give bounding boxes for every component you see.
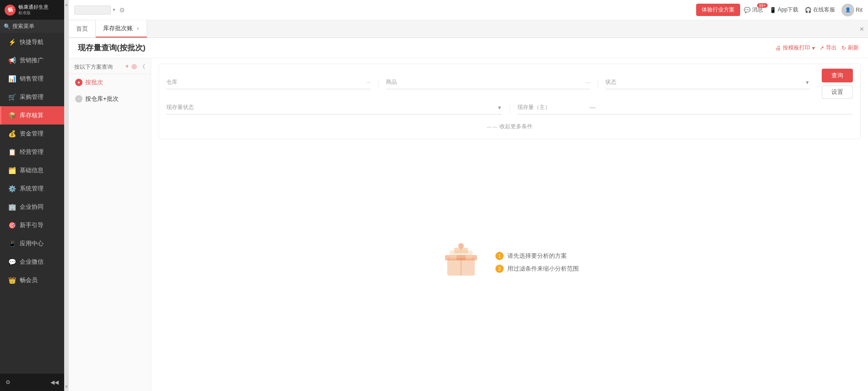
export-btn[interactable]: ↗ 导出 [819,44,837,52]
right-panel: 仓库 ··· 商品 ··· 状态 [151,58,868,391]
print-chevron: ▾ [812,45,815,51]
stock-qty-to[interactable] [599,104,635,111]
industry-solution-btn[interactable]: 体验行业方案 [696,4,740,16]
by-batch-label: 按批次 [85,78,103,87]
close-all-icon: ✕ [859,26,864,33]
main-area: ▾ ⚙ 体验行业方案 💬 消息 99+ 📱 App下载 🎧 在线客服 👤 [69,0,868,391]
search-menu-label: 搜索菜单 [12,22,34,30]
refresh-btn[interactable]: ↻ 刷新 [841,44,859,52]
sidebar-item-label: 采购管理 [20,93,44,101]
sidebar-item-purchase[interactable]: 🛒 采购管理 [0,88,64,106]
settings-button[interactable]: 设置 [822,85,853,99]
add-scheme-icon[interactable]: + [125,63,129,71]
tabbar: 首页 库存批次账 × ✕ [69,20,868,38]
message-item[interactable]: 💬 消息 99+ [744,6,763,14]
print-btn[interactable]: 🖨 按模板打印 ▾ [775,44,815,52]
warehouse-input[interactable] [185,79,367,86]
collapse-sidebar-btn[interactable]: ◀◀ [49,377,60,387]
tab-close-icon[interactable]: × [137,26,139,31]
app-logo: 畅 [5,5,16,16]
left-panel: 按以下方案查询 + ◎ 《 ● 按批次 ○ 按仓库+批次 [69,58,151,391]
tip-item-2: 2 用过滤条件来缩小分析范围 [495,265,579,273]
action-btns: 查询 设置 [822,69,853,99]
print-icon: 🖨 [775,45,781,51]
settings-gear-icon[interactable]: ⚙ [119,6,125,14]
message-icon: 💬 [744,7,751,13]
goods-field: 商品 ··· [386,78,590,89]
app-download-item[interactable]: 📱 App下载 [769,6,798,14]
sidebar-item-marketing[interactable]: 📢 营销推广 [0,51,64,70]
sidebar-item-label: 新手引导 [20,221,44,229]
sidebar-item-shortcut[interactable]: ⚡ 快捷导航 [0,33,64,51]
warehouse-more-icon[interactable]: ··· [367,80,371,85]
sidebar-item-inventory[interactable]: 📦 库存核算 [0,106,64,125]
collapse-bar[interactable]: ︿︿ 收起更多条件 [166,119,853,134]
search-menu[interactable]: 🔍 搜索菜单 [0,20,64,33]
user-profile[interactable]: 👤 Rit [841,4,863,16]
sidebar-item-sales[interactable]: 📊 销售管理 [0,70,64,88]
empty-icon [440,241,482,282]
tab-home[interactable]: 首页 [69,21,96,37]
tab-inventory-batch-label: 库存批次账 [103,24,133,33]
marketing-icon: 📢 [8,57,16,64]
empty-tips: 1 请先选择要分析的方案 2 用过滤条件来缩小分析范围 [495,252,579,273]
query-button[interactable]: 查询 [822,69,853,82]
customer-service-item[interactable]: 🎧 在线客服 [805,6,835,14]
batch-icon: ● [75,79,82,86]
sidebar-item-wechat[interactable]: 💬 企业微信 [0,253,64,271]
breadcrumb-input[interactable] [74,5,111,15]
sidebar-item-basic[interactable]: 🗂️ 基础信息 [0,161,64,179]
finance-icon: 💰 [8,130,16,137]
status-dropdown-icon[interactable]: ▼ [805,80,810,85]
target-scheme-icon[interactable]: ◎ [132,63,137,71]
sidebar: 畅 畅康通好生意 标准版 🔍 搜索菜单 ⚡ 快捷导航 📢 营销推广 📊 销售管理… [0,0,64,391]
appstore-icon: 📱 [8,240,16,247]
sidebar-scrollbar[interactable]: ▲ ▼ [64,0,69,391]
stock-qty-from[interactable] [550,104,587,111]
refresh-icon: ↻ [841,45,846,51]
stock-status-input[interactable] [194,104,497,111]
sidebar-item-operation[interactable]: 📋 经营管理 [0,143,64,161]
sidebar-item-label: 销售管理 [20,75,44,83]
page-title: 现存量查询(按批次) [78,43,145,58]
left-panel-item-by-batch[interactable]: ● 按批次 [69,74,151,91]
tabbar-close-all[interactable]: ✕ [859,26,868,33]
sidebar-item-enterprise[interactable]: 🏢 企业协同 [0,198,64,216]
sidebar-item-appstore[interactable]: 📱 应用中心 [0,234,64,253]
tip-text-2: 用过滤条件来缩小分析范围 [507,265,579,273]
app-icon: 📱 [769,7,776,13]
sidebar-item-label: 畅会员 [20,276,38,284]
tab-inventory-batch[interactable]: 库存批次账 × [96,20,147,38]
sidebar-item-finance[interactable]: 💰 资金管理 [0,125,64,143]
settings-footer-icon[interactable]: ⚙ [4,377,12,387]
print-label: 按模板打印 [783,44,810,52]
sidebar-item-member[interactable]: 👑 畅会员 [0,271,64,289]
left-panel-item-by-wh-batch[interactable]: ○ 按仓库+批次 [69,91,151,107]
sidebar-item-label: 企业协同 [20,203,44,211]
sidebar-nav: ⚡ 快捷导航 📢 营销推广 📊 销售管理 🛒 采购管理 📦 库存核算 💰 资金管… [0,33,64,374]
status-input[interactable] [624,79,805,86]
shortcut-icon: ⚡ [8,38,16,46]
breadcrumb-chevron[interactable]: ▾ [113,7,115,13]
warehouse-field: 仓库 ··· [166,78,371,89]
wechat-icon: 💬 [8,258,16,266]
sidebar-item-label: 快捷导航 [20,38,44,46]
status-field: 状态 ▼ [605,78,810,89]
empty-state: 1 请先选择要分析的方案 2 用过滤条件来缩小分析范围 [159,139,861,386]
service-icon: 🎧 [805,7,812,13]
filter-divider-1 [378,79,379,88]
tip-item-1: 1 请先选择要分析的方案 [495,252,579,260]
stock-status-dropdown[interactable]: ▼ [497,105,502,110]
sidebar-item-newbie[interactable]: 🎯 新手引导 [0,216,64,234]
sidebar-item-system[interactable]: ⚙️ 系统管理 [0,179,64,198]
goods-more-icon[interactable]: ··· [586,80,590,85]
collapse-panel-icon[interactable]: 《 [139,63,145,71]
status-label: 状态 [605,78,624,86]
wh-batch-icon: ○ [75,95,82,103]
sidebar-footer: ⚙ ◀◀ [0,374,64,391]
goods-input[interactable] [404,79,586,86]
filter-area: 仓库 ··· 商品 ··· 状态 [159,64,861,139]
collapse-label: 收起更多条件 [500,123,533,130]
sidebar-item-label: 基础信息 [20,166,44,174]
sidebar-item-label: 资金管理 [20,130,44,138]
